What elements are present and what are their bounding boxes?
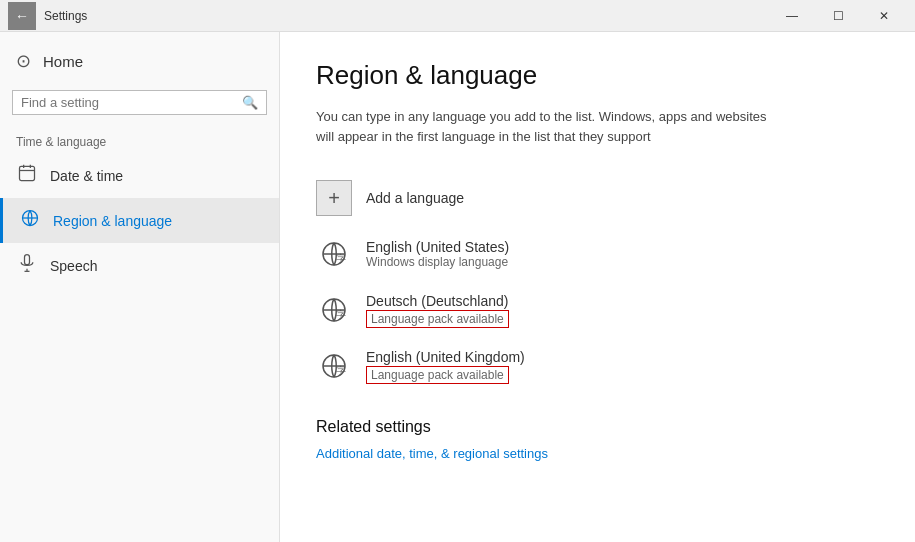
back-button[interactable]: ← — [8, 2, 36, 30]
related-settings-title: Related settings — [316, 418, 879, 436]
sidebar-section-label: Time & language — [0, 123, 279, 153]
maximize-button[interactable]: ☐ — [815, 0, 861, 32]
app-content: ⊙ Home 🔍 Time & language Date & time — [0, 32, 915, 542]
sidebar-item-speech[interactable]: Speech — [0, 243, 279, 288]
region-language-icon — [19, 208, 41, 233]
lang-info-english-us: English (United States) Windows display … — [366, 239, 509, 269]
sidebar-item-date-time[interactable]: Date & time — [0, 153, 279, 198]
svg-text:字: 字 — [336, 309, 346, 320]
sidebar-item-label-speech: Speech — [50, 258, 97, 274]
home-icon: ⊙ — [16, 50, 31, 72]
lang-info-deutsch: Deutsch (Deutschland) Language pack avai… — [366, 293, 509, 328]
lang-name-english-us: English (United States) — [366, 239, 509, 255]
svg-text:字: 字 — [336, 365, 346, 376]
lang-name-deutsch: Deutsch (Deutschland) — [366, 293, 509, 309]
page-title: Region & language — [316, 60, 879, 91]
add-language-button[interactable]: + — [316, 180, 352, 216]
page-description: You can type in any language you add to … — [316, 107, 776, 146]
date-time-icon — [16, 163, 38, 188]
home-label: Home — [43, 53, 83, 70]
sidebar-home[interactable]: ⊙ Home — [0, 40, 279, 82]
add-language-label: Add a language — [366, 190, 464, 206]
language-item-english-us[interactable]: 字 English (United States) Windows displa… — [316, 226, 879, 282]
language-item-english-uk[interactable]: 字 English (United Kingdom) Language pack… — [316, 338, 879, 394]
lang-sub-english-uk: Language pack available — [366, 366, 509, 384]
window-title: Settings — [44, 9, 769, 23]
sidebar-item-region-language[interactable]: Region & language — [0, 198, 279, 243]
add-language-item[interactable]: + Add a language — [316, 170, 879, 226]
svg-text:字: 字 — [336, 253, 346, 264]
speech-icon — [16, 253, 38, 278]
sidebar: ⊙ Home 🔍 Time & language Date & time — [0, 32, 280, 542]
search-input[interactable] — [21, 95, 242, 110]
minimize-button[interactable]: — — [769, 0, 815, 32]
language-icon-deutsch: 字 — [316, 292, 352, 328]
lang-sub-english-us: Windows display language — [366, 255, 509, 269]
title-bar: ← Settings — ☐ ✕ — [0, 0, 915, 32]
search-icon: 🔍 — [242, 95, 258, 110]
svg-rect-0 — [20, 166, 35, 180]
svg-rect-6 — [25, 255, 30, 265]
window-controls: — ☐ ✕ — [769, 0, 907, 32]
close-button[interactable]: ✕ — [861, 0, 907, 32]
language-icon-english-uk: 字 — [316, 348, 352, 384]
sidebar-item-label-region-language: Region & language — [53, 213, 172, 229]
main-panel: Region & language You can type in any la… — [280, 32, 915, 542]
sidebar-item-label-date-time: Date & time — [50, 168, 123, 184]
search-box[interactable]: 🔍 — [12, 90, 267, 115]
language-icon-english-us: 字 — [316, 236, 352, 272]
language-item-deutsch[interactable]: 字 Deutsch (Deutschland) Language pack av… — [316, 282, 879, 338]
lang-sub-deutsch: Language pack available — [366, 310, 509, 328]
lang-name-english-uk: English (United Kingdom) — [366, 349, 525, 365]
related-settings-link[interactable]: Additional date, time, & regional settin… — [316, 446, 548, 461]
lang-info-english-uk: English (United Kingdom) Language pack a… — [366, 349, 525, 384]
